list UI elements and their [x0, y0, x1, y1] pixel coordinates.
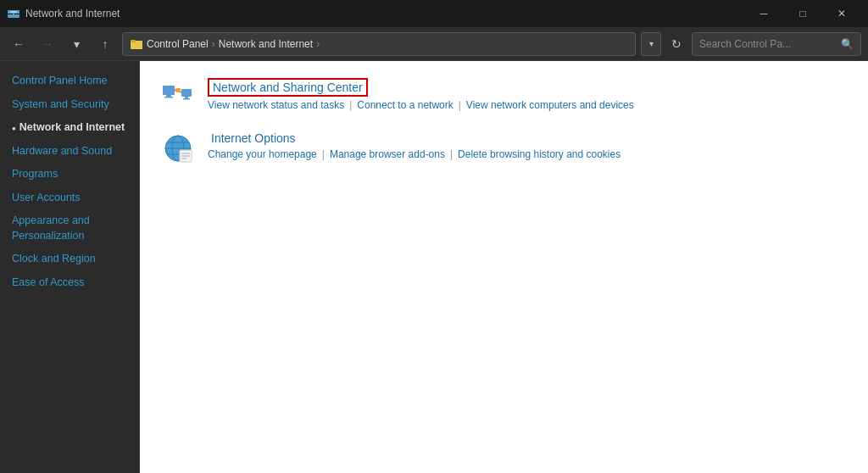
sidebar-label-control-panel-home: Control Panel Home	[12, 74, 108, 89]
connect-to-network-link[interactable]: Connect to a network	[357, 99, 453, 111]
sidebar-label-system-security: System and Security	[12, 97, 109, 113]
svg-rect-10	[164, 97, 173, 98]
maximize-button[interactable]: □	[783, 0, 822, 27]
window-icon	[7, 7, 20, 20]
recent-locations-button[interactable]: ▾	[64, 32, 88, 56]
network-sharing-title[interactable]: Network and Sharing Center	[208, 78, 368, 97]
minimize-button[interactable]: ─	[744, 0, 783, 27]
breadcrumb-control-panel[interactable]: Control Panel	[147, 38, 209, 50]
internet-icon-svg	[161, 131, 195, 165]
sidebar-label-hardware-sound: Hardware and Sound	[12, 144, 112, 159]
sidebar-item-appearance-personalization[interactable]: Appearance and Personalization	[0, 209, 139, 248]
main-content: Control Panel Home System and Security ●…	[0, 61, 868, 473]
view-network-computers-link[interactable]: View network computers and devices	[466, 99, 634, 111]
sidebar-item-user-accounts[interactable]: User Accounts	[0, 186, 139, 210]
svg-rect-7	[131, 40, 136, 42]
refresh-button[interactable]: ↻	[665, 32, 688, 56]
content-area: Network and Sharing Center View network …	[140, 61, 868, 473]
sidebar-label-user-accounts: User Accounts	[12, 191, 81, 206]
svg-rect-3	[14, 14, 19, 18]
manage-browser-addons-link[interactable]: Manage browser add-ons	[330, 148, 445, 160]
internet-options-details: Internet Options Change your homepage | …	[208, 131, 620, 160]
svg-rect-9	[166, 95, 171, 97]
svg-rect-2	[8, 14, 13, 18]
view-network-status-link[interactable]: View network status and tasks	[208, 99, 344, 111]
address-box[interactable]: Control Panel › Network and Internet ›	[122, 32, 636, 56]
sidebar-label-appearance-personalization: Appearance and Personalization	[12, 214, 127, 243]
breadcrumb-network-internet[interactable]: Network and Internet	[219, 38, 313, 50]
svg-rect-13	[183, 98, 190, 100]
sidebar: Control Panel Home System and Security ●…	[0, 61, 140, 473]
svg-rect-12	[185, 97, 188, 98]
sidebar-item-network-internet[interactable]: ● Network and Internet	[0, 116, 139, 140]
internet-options-links: Change your homepage | Manage browser ad…	[208, 148, 620, 160]
active-bullet: ●	[12, 124, 16, 133]
sidebar-label-network-internet: Network and Internet	[19, 120, 125, 136]
link-separator-2: |	[459, 99, 461, 111]
search-box[interactable]: Search Control Pa... 🔍	[692, 32, 861, 56]
back-button[interactable]: ←	[7, 32, 31, 56]
network-icon-svg	[161, 79, 195, 113]
internet-options-section: Internet Options Change your homepage | …	[160, 131, 848, 166]
network-sharing-icon	[160, 78, 196, 114]
change-homepage-link[interactable]: Change your homepage	[208, 148, 317, 160]
window-title: Network and Internet	[25, 8, 120, 19]
title-bar: Network and Internet ─ □ ✕	[0, 0, 868, 27]
title-bar-left: Network and Internet	[7, 7, 120, 20]
sidebar-item-control-panel-home[interactable]: Control Panel Home	[0, 70, 139, 93]
address-dropdown-button[interactable]: ▾	[641, 32, 661, 56]
address-bar: ← → ▾ ↑ Control Panel › Network and Inte…	[0, 27, 868, 61]
network-sharing-details: Network and Sharing Center View network …	[208, 78, 634, 111]
link-separator-1: |	[349, 99, 352, 111]
sidebar-label-programs: Programs	[12, 167, 58, 182]
sidebar-item-system-security[interactable]: System and Security	[0, 93, 139, 117]
network-sharing-links: View network status and tasks | Connect …	[208, 99, 634, 111]
network-sharing-section: Network and Sharing Center View network …	[160, 78, 848, 114]
svg-rect-8	[163, 86, 175, 95]
search-icon[interactable]: 🔍	[841, 38, 854, 50]
link-separator-4: |	[450, 148, 453, 160]
close-button[interactable]: ✕	[822, 0, 861, 27]
delete-browsing-history-link[interactable]: Delete browsing history and cookies	[458, 148, 620, 160]
breadcrumb: Control Panel › Network and Internet ›	[147, 38, 320, 50]
forward-button[interactable]: →	[36, 32, 59, 56]
up-button[interactable]: ↑	[93, 32, 117, 56]
link-separator-3: |	[322, 148, 325, 160]
sidebar-item-ease-access[interactable]: Ease of Access	[0, 271, 139, 295]
svg-rect-15	[175, 88, 181, 92]
svg-rect-11	[181, 89, 192, 97]
search-placeholder: Search Control Pa...	[699, 38, 791, 50]
window-controls: ─ □ ✕	[744, 0, 861, 27]
address-bar-right: ▾ ↻ Search Control Pa... 🔍	[641, 32, 861, 56]
sidebar-label-clock-region: Clock and Region	[12, 252, 96, 267]
folder-icon	[130, 37, 143, 51]
sidebar-item-clock-region[interactable]: Clock and Region	[0, 248, 139, 271]
sidebar-item-hardware-sound[interactable]: Hardware and Sound	[0, 140, 139, 164]
internet-options-title[interactable]: Internet Options	[208, 131, 299, 146]
sidebar-label-ease-access: Ease of Access	[12, 275, 84, 291]
sidebar-item-programs[interactable]: Programs	[0, 163, 139, 186]
internet-options-icon	[160, 131, 196, 166]
